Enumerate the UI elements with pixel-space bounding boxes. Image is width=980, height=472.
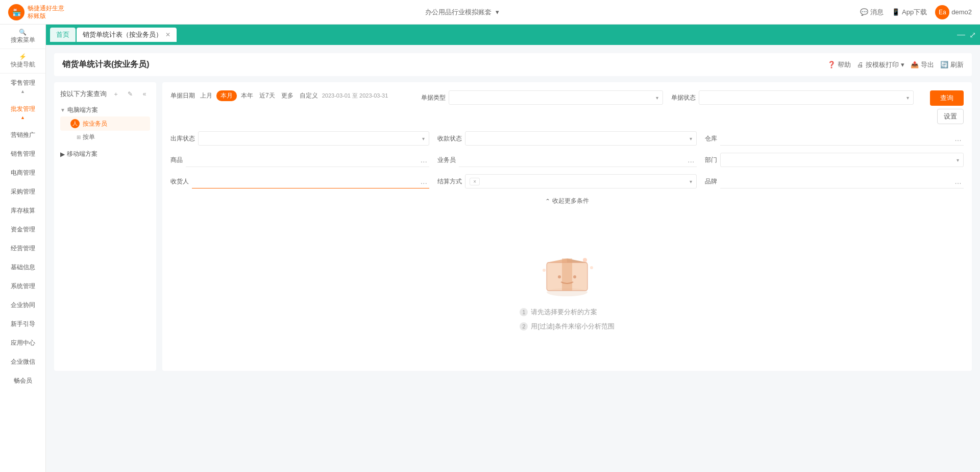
date-btn-last-month[interactable]: 上月	[198, 90, 214, 101]
sidebar-search[interactable]: 🔍 搜索菜单	[0, 25, 45, 49]
svg-point-6	[558, 275, 561, 278]
sidebar-item-basic-info[interactable]: 基础信息	[0, 258, 45, 277]
page-actions: ❓ 帮助 🖨 按模板打印 ▾ 📤 导出 🔄 刷新	[827, 60, 964, 69]
doc-status-dropdown[interactable]: ▾	[699, 90, 914, 105]
tab-close-icon[interactable]: ✕	[165, 32, 170, 38]
add-scheme-button[interactable]: ＋	[110, 88, 121, 100]
svg-rect-5	[562, 258, 572, 291]
sidebar-item-system[interactable]: 系统管理	[0, 277, 45, 296]
svg-point-10	[543, 269, 546, 272]
receipt-status-dropdown[interactable]: ▾	[465, 131, 696, 146]
sidebar-item-finance[interactable]: 资金管理	[0, 220, 45, 239]
receipt-status-label: 收款状态	[437, 134, 462, 143]
tab-minimize-icon[interactable]: —	[957, 30, 965, 39]
help-icon: ❓	[827, 61, 836, 68]
edit-scheme-button[interactable]: ✎	[125, 88, 136, 100]
doc-type-arrow-icon: ▾	[656, 95, 658, 101]
settings-button[interactable]: 设置	[937, 109, 964, 124]
sales-stats-tab-label: 销货单统计表（按业务员）	[83, 30, 162, 39]
top-bar-right: 💬 消息 📱 App下载 Ea demo2	[860, 5, 972, 19]
collapse-button[interactable]: ⌃ 收起更多条件	[545, 194, 589, 208]
collapse-panel-button[interactable]: «	[139, 88, 150, 100]
mobile-scheme-group-header[interactable]: ▶ 移动端方案	[60, 148, 150, 160]
query-button[interactable]: 查询	[930, 90, 964, 106]
tab-bar: 首页 销货单统计表（按业务员） ✕ — ⤢	[46, 25, 980, 45]
empty-hint-list: 1 请先选择要分析的方案 2 用[过滤]条件来缩小分析范围	[520, 306, 614, 332]
out-status-dropdown[interactable]: ▾	[198, 131, 429, 146]
sidebar-item-enterprise[interactable]: 企业协同	[0, 296, 45, 315]
goods-label: 商品	[170, 156, 183, 164]
sidebar-item-purchase[interactable]: 采购管理	[0, 182, 45, 201]
download-icon: 📱	[892, 8, 900, 16]
department-dropdown[interactable]: ▾	[720, 153, 964, 167]
message-button[interactable]: 💬 消息	[860, 8, 884, 17]
sidebar-item-operations[interactable]: 经营管理	[0, 239, 45, 258]
logo-text: 畅捷通好生意 标账版	[28, 5, 64, 19]
sidebar-item-ecommerce[interactable]: 电商管理	[0, 163, 45, 182]
collapse-icon: ⌃	[545, 198, 550, 205]
print-button[interactable]: 🖨 按模板打印 ▾	[857, 60, 904, 69]
payment-tag-close[interactable]: ×	[473, 179, 476, 184]
doc-type-dropdown[interactable]: ▾	[449, 90, 664, 105]
date-range: 2023-03-01 至 2023-03-31	[322, 92, 388, 100]
left-panel-actions: ＋ ✎ «	[110, 88, 150, 100]
right-panel: 单据日期 上月 本月 本年 近7天 更多 自定义 2023-03-01 至 20…	[162, 82, 972, 371]
export-icon: 📤	[911, 61, 919, 68]
empty-hint-1: 1 请先选择要分析的方案	[520, 306, 614, 318]
department-arrow-icon: ▾	[957, 157, 959, 163]
scheme-sub-item-order[interactable]: ⊞ 按单	[60, 131, 150, 144]
export-button[interactable]: 📤 导出	[911, 60, 934, 69]
app-download-button[interactable]: 📱 App下载	[892, 8, 927, 17]
sidebar-item-member[interactable]: 畅会员	[0, 371, 45, 390]
date-btn-more[interactable]: 更多	[279, 90, 296, 101]
sidebar-item-inventory[interactable]: 库存核算	[0, 201, 45, 220]
avatar: Ea	[935, 5, 949, 19]
date-btn-this-year[interactable]: 本年	[239, 90, 255, 101]
home-tab-label: 首页	[56, 30, 69, 39]
date-btn-this-month[interactable]: 本月	[216, 90, 237, 101]
sidebar-item-guide[interactable]: 新手引导	[0, 315, 45, 334]
pc-scheme-group-header[interactable]: ▼ 电脑端方案	[60, 104, 150, 116]
content-area: 首页 销货单统计表（按业务员） ✕ — ⤢ 销货单统计表(按业务员) ❓ 帮助	[46, 25, 980, 472]
sidebar-item-retail[interactable]: 零售管理 ▲	[0, 74, 45, 100]
date-btn-custom[interactable]: 自定义	[298, 90, 320, 101]
refresh-button[interactable]: 🔄 刷新	[940, 60, 964, 69]
tab-actions: — ⤢	[957, 30, 976, 40]
tab-home[interactable]: 首页	[50, 28, 76, 42]
breadcrumb[interactable]: 办公用品行业模拟账套 ▾	[425, 8, 499, 17]
goods-dots-button[interactable]: …	[420, 156, 427, 164]
doc-status-arrow-icon: ▾	[906, 95, 909, 101]
payment-method-label: 结算方式	[437, 177, 462, 186]
user-menu[interactable]: Ea demo2	[935, 5, 972, 19]
date-btn-7days[interactable]: 近7天	[257, 90, 277, 101]
breadcrumb-dropdown-arrow: ▾	[496, 8, 499, 16]
department-label: 部门	[705, 156, 717, 164]
tab-expand-icon[interactable]: ⤢	[969, 30, 976, 40]
receiver-dots-button[interactable]: …	[420, 177, 427, 185]
out-status-arrow-icon: ▾	[422, 136, 425, 141]
tab-sales-stats[interactable]: 销货单统计表（按业务员） ✕	[77, 28, 177, 42]
sidebar-shortcut[interactable]: ⚡ 快捷导航	[0, 49, 45, 74]
warehouse-label: 仓库	[705, 134, 717, 143]
message-icon: 💬	[860, 8, 868, 16]
svg-point-9	[590, 266, 593, 269]
top-bar: 🏪 畅捷通好生意 标账版 办公用品行业模拟账套 ▾ 💬 消息 📱 App下载 E…	[0, 0, 980, 25]
sidebar-item-sales[interactable]: 销售管理	[0, 145, 45, 163]
sidebar-item-wechat[interactable]: 企业微信	[0, 352, 45, 371]
left-panel-title: 按以下方案查询	[60, 89, 107, 99]
brand-dots-button[interactable]: …	[954, 177, 962, 185]
salesman-dots-button[interactable]: …	[688, 156, 695, 164]
scheme-section: ▼ 电脑端方案 人 按业务员 ⊞ 按单	[60, 104, 150, 160]
mobile-group-arrow-icon: ▶	[60, 151, 65, 158]
date-label: 单据日期	[170, 91, 195, 100]
scheme-item-salesman[interactable]: 人 按业务员	[60, 116, 150, 131]
help-button[interactable]: ❓ 帮助	[827, 60, 851, 69]
out-status-label: 出库状态	[170, 134, 195, 143]
sidebar-item-marketing[interactable]: 营销推广	[0, 126, 45, 145]
sidebar-item-app-center[interactable]: 应用中心	[0, 334, 45, 352]
payment-method-dropdown[interactable]: × ▾	[465, 174, 696, 188]
warehouse-dots-button[interactable]: …	[954, 134, 962, 143]
sidebar-item-wholesale[interactable]: 批发管理 ▲	[0, 100, 45, 126]
page-header: 销货单统计表(按业务员) ❓ 帮助 🖨 按模板打印 ▾ 📤 导出	[54, 53, 972, 76]
sub-item-icon: ⊞	[77, 134, 81, 140]
